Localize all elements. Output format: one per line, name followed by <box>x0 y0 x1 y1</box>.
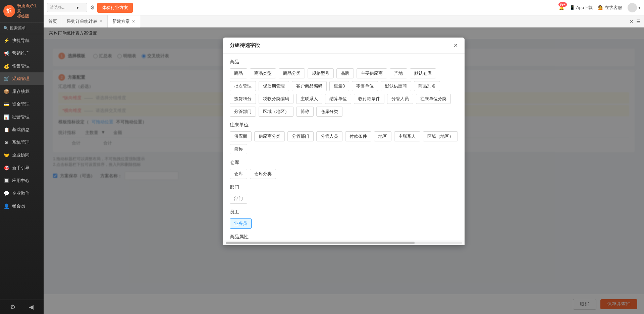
field-supplier[interactable]: 供应商 <box>230 131 252 141</box>
field-default-supplier[interactable]: 默认供应商 <box>381 81 411 91</box>
sidebar-item-finance[interactable]: 💳 资金管理 <box>0 98 44 111</box>
sidebar-item-member[interactable]: 👤 畅会员 <box>0 200 44 212</box>
hscroll-thumb[interactable] <box>226 242 415 244</box>
field-spec-model[interactable]: 规格型号 <box>308 68 334 78</box>
field-manager-partner[interactable]: 分管人员 <box>316 131 342 141</box>
tab-close-new-plan[interactable]: ✕ <box>132 19 135 24</box>
field-partner-category[interactable]: 往来单位分类 <box>416 94 451 104</box>
hscroll-track[interactable] <box>226 242 462 244</box>
warehouse-fields-grid: 仓库 仓库分类 <box>230 169 458 179</box>
sidebar-search[interactable]: 🔍 搜索菜单 <box>0 23 44 34</box>
sidebar-item-system[interactable]: ⚙ 系统管理 <box>0 136 44 149</box>
sidebar-item-purchase[interactable]: 🛒 采购管理 <box>0 72 44 85</box>
field-payment-terms-p[interactable]: 收付款条件 <box>354 94 384 104</box>
trial-btn[interactable]: 体验行业方案 <box>97 3 133 13</box>
sidebar-item-apps[interactable]: 🔲 应用中心 <box>0 174 44 187</box>
field-product-alias[interactable]: 商品别名 <box>414 81 440 91</box>
section-employee: 员工 业务员 <box>230 209 458 229</box>
sidebar-item-guide[interactable]: 🎯 新手引导 <box>0 162 44 174</box>
field-warehouse-category[interactable]: 仓库分类 <box>250 169 276 179</box>
sales-icon: 💰 <box>3 63 9 69</box>
section-dept: 部门 部门 <box>230 184 458 204</box>
online-service[interactable]: 💁 在线客服 <box>598 5 622 11</box>
field-payment-cond[interactable]: 付款条件 <box>345 131 371 141</box>
notification-badge[interactable]: 🔔 99+ <box>559 5 564 10</box>
tabbar-menu-icon[interactable]: ☰ <box>636 19 641 24</box>
topbar-settings-icon[interactable]: ⚙ <box>87 4 97 11</box>
tab-new-plan[interactable]: 新建方案 ✕ <box>108 15 140 27</box>
app-download[interactable]: 📱 App下载 <box>570 5 593 11</box>
topbar-workspace-select[interactable]: 请选择... ▾ <box>47 3 87 12</box>
quick-nav-icon: ⚡ <box>3 38 9 44</box>
field-abbr-p[interactable]: 简称 <box>296 107 314 117</box>
field-customer-code[interactable]: 客户商品编码 <box>292 81 327 91</box>
finance-icon: 💳 <box>3 101 9 107</box>
section-warehouse: 仓库 仓库 仓库分类 <box>230 160 458 179</box>
field-main-contact-p[interactable]: 主联系人 <box>296 94 322 104</box>
field-quality-manage[interactable]: 保质期管理 <box>259 81 289 91</box>
logo-icon: 标 <box>3 5 15 17</box>
sidebar-item-basic[interactable]: 📋 基础信息 <box>0 123 44 136</box>
field-tax-code[interactable]: 税收分类编码 <box>259 94 293 104</box>
modal-body[interactable]: 商品 商品 商品类型 商品分类 规格型号 品牌 主要供应商 产地 默认仓库 批次… <box>223 54 465 240</box>
sidebar-item-inventory[interactable]: 📦 库存核算 <box>0 85 44 98</box>
field-region-p[interactable]: 区域（地区） <box>259 107 293 117</box>
field-dept-p[interactable]: 分管部门 <box>230 107 256 117</box>
modal-close-button[interactable]: ✕ <box>453 42 458 49</box>
field-brand[interactable]: 品牌 <box>336 68 354 78</box>
tab-home[interactable]: 首页 <box>44 15 62 27</box>
sidebar-item-quick-nav[interactable]: ⚡ 快捷导航 <box>0 34 44 47</box>
field-retail-unit[interactable]: 零售单位 <box>352 81 378 91</box>
logo-text: 畅捷通好生意 标签版 <box>17 3 40 19</box>
field-origin[interactable]: 产地 <box>390 68 407 78</box>
field-main-supplier[interactable]: 主要供应商 <box>357 68 387 78</box>
field-supplier-category[interactable]: 供应商分类 <box>254 131 285 141</box>
field-main-contact-partner[interactable]: 主联系人 <box>394 131 420 141</box>
field-region-partner[interactable]: 地区 <box>374 131 391 141</box>
sidebar-item-wechat[interactable]: 💬 企业微信 <box>0 187 44 200</box>
field-pick-score[interactable]: 拣货积分 <box>230 94 256 104</box>
field-abbr-partner[interactable]: 简称 <box>230 144 247 154</box>
sidebar-item-enterprise[interactable]: 🤝 企业协同 <box>0 149 44 162</box>
settings-bottom-icon[interactable]: ⚙ <box>10 303 15 311</box>
tab-purchase-stats[interactable]: 采购订单统计表 ✕ <box>62 15 108 27</box>
sidebar-item-sales[interactable]: 💰 销售管理 <box>0 60 44 72</box>
field-selection-modal: 分组待选字段 ✕ 商品 商品 商品类型 商品分类 规格型号 品牌 主要供应商 产… <box>223 38 465 245</box>
section-dept-title: 部门 <box>230 184 458 190</box>
sidebar-bottom: ⚙ ◀ <box>0 300 44 314</box>
tab-close-purchase-stats[interactable]: ✕ <box>99 19 103 24</box>
field-product-category[interactable]: 商品分类 <box>279 68 305 78</box>
dept-fields-grid: 部门 <box>230 194 458 204</box>
system-icon: ⚙ <box>3 139 9 145</box>
download-icon: 📱 <box>570 5 575 10</box>
user-avatar-area[interactable]: ▾ <box>628 3 641 12</box>
collapse-icon[interactable]: ◀ <box>29 303 34 311</box>
inventory-icon: 📦 <box>3 88 9 95</box>
field-settle-unit[interactable]: 结算单位 <box>325 94 351 104</box>
field-default-warehouse[interactable]: 默认仓库 <box>410 68 436 78</box>
field-manager-p[interactable]: 分管人员 <box>387 94 413 104</box>
field-region2-partner[interactable]: 区域（地区） <box>423 131 458 141</box>
tabbar-close-all-icon[interactable]: ✕ <box>630 19 634 24</box>
modal-hscrollbar[interactable] <box>223 240 465 245</box>
field-product[interactable]: 商品 <box>230 68 247 78</box>
sidebar-item-operation[interactable]: 📊 经营管理 <box>0 111 44 123</box>
field-product-type[interactable]: 商品类型 <box>250 68 276 78</box>
member-icon: 👤 <box>3 203 9 209</box>
modal-title: 分组待选字段 <box>230 42 260 49</box>
operation-icon: 📊 <box>3 114 9 120</box>
field-salesperson[interactable]: 业务员 <box>230 218 252 229</box>
sidebar-item-marketing[interactable]: 📢 营销推广 <box>0 47 44 60</box>
partner-fields-grid: 供应商 供应商分类 分管部门 分管人员 付款条件 地区 主联系人 区域（地区） … <box>230 131 458 154</box>
field-dept[interactable]: 部门 <box>230 194 247 204</box>
field-weight3[interactable]: 重量3 <box>329 81 349 91</box>
enterprise-icon: 🤝 <box>3 152 9 158</box>
field-dept-partner[interactable]: 分管部门 <box>287 131 314 141</box>
section-partner: 往来单位 供应商 供应商分类 分管部门 分管人员 付款条件 地区 主联系人 区域… <box>230 122 458 154</box>
field-warehouse[interactable]: 仓库 <box>230 169 247 179</box>
apps-icon: 🔲 <box>3 178 9 184</box>
field-batch-manage[interactable]: 批次管理 <box>230 81 256 91</box>
field-warehouse-cat-p[interactable]: 仓库分类 <box>316 107 342 117</box>
modal-overlay: 分组待选字段 ✕ 商品 商品 商品类型 商品分类 规格型号 品牌 主要供应商 产… <box>44 27 644 314</box>
guide-icon: 🎯 <box>3 165 9 171</box>
